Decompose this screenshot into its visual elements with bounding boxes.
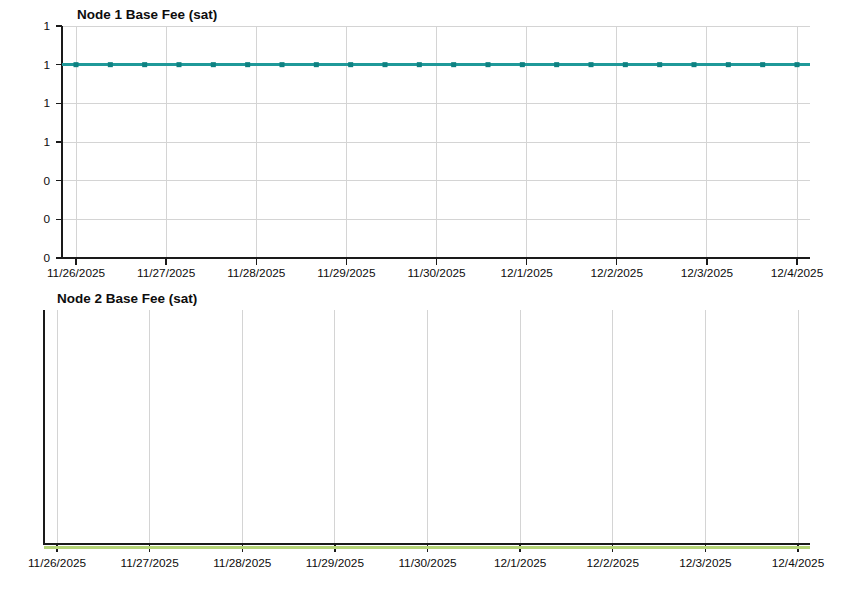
x-tick-label: 12/2/2025 [587,556,640,570]
chart2-plot-area: 11/26/202511/27/202511/28/202511/29/2025… [0,0,860,600]
x-tick-label: 12/1/2025 [494,556,547,570]
x-tick-label: 11/30/2025 [398,556,457,570]
x-tick-label: 11/27/2025 [121,556,180,570]
x-tick-label: 11/28/2025 [213,556,272,570]
x-tick-label: 11/29/2025 [306,556,365,570]
x-tick-label: 12/3/2025 [679,556,732,570]
x-tick-label: 11/26/2025 [28,556,87,570]
charts-panel: Node 1 Base Fee (sat) Node 2 Base Fee (s… [0,0,860,600]
x-tick-label: 12/4/2025 [772,556,825,570]
